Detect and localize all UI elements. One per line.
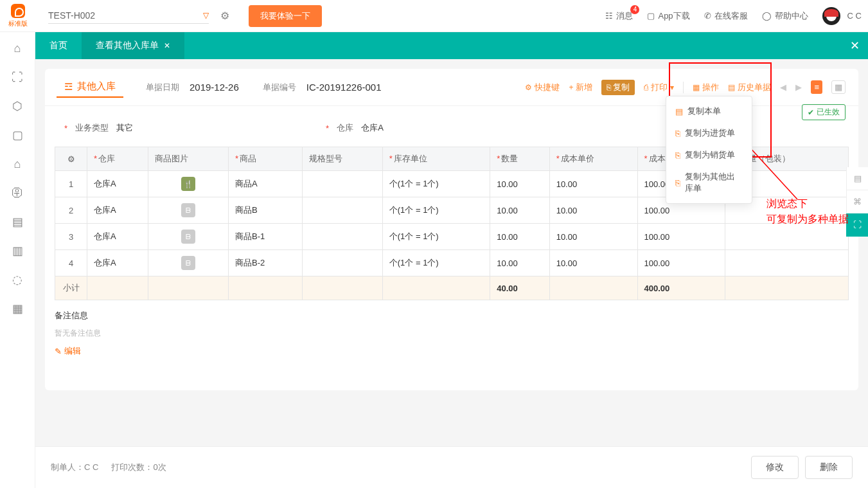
copy-item-icon: ⎘ xyxy=(675,129,680,138)
operate-action[interactable]: ▦ 操作 xyxy=(693,82,719,93)
warehouse-field: * 仓库 仓库A xyxy=(326,122,384,134)
row-product: 商品B-2 xyxy=(229,250,303,276)
help-center-action[interactable]: ◯ 帮助中心 xyxy=(762,10,808,22)
row-warehouse: 仓库A xyxy=(87,250,148,276)
org-select[interactable]: TEST-H002 ▽ xyxy=(48,8,209,24)
table-row[interactable]: 3仓库Aᗷ商品B-1个(1个 = 1个)10.0010.00100.00 xyxy=(55,224,849,250)
row-amount: 100.00 xyxy=(637,250,725,276)
subtotal-row: 小计40.00400.00 xyxy=(55,276,849,300)
row-qty: 10.00 xyxy=(490,224,549,250)
row-price: 10.00 xyxy=(549,197,637,224)
online-service-action[interactable]: ✆ 在线客服 xyxy=(704,10,748,22)
nav-report-icon[interactable]: ▥ xyxy=(11,244,24,257)
prev-icon[interactable]: ◀ xyxy=(780,82,786,92)
table-row[interactable]: 4仓库Aᗷ商品B-2个(1个 = 1个)10.0010.00100.00 xyxy=(55,250,849,276)
copy-menu-item[interactable]: ⎘复制为其他出库单 xyxy=(666,166,752,199)
plus-icon: + xyxy=(569,83,573,92)
product-image-icon: ᗷ xyxy=(181,203,195,217)
row-warehouse: 仓库A xyxy=(87,224,148,250)
creator-info: 制单人：C C xyxy=(51,462,98,473)
print-label: 打印 xyxy=(651,82,668,93)
nav-new-icon[interactable]: ▦ xyxy=(11,302,24,315)
shortcut-action[interactable]: ⚙ 快捷键 xyxy=(525,82,560,93)
document-card: ☲ 其他入库 单据日期 2019-12-26 单据编号 IC-20191226-… xyxy=(45,69,858,390)
print-info: 打印次数：0次 xyxy=(111,462,166,473)
row-image: ᗷ xyxy=(148,250,229,276)
tab-bar: 首页 查看其他入库单 ✕ ✕ xyxy=(35,32,868,59)
biz-type-label: 业务类型 xyxy=(75,122,109,134)
copy-item-icon: ⎘ xyxy=(675,178,680,188)
row-warehouse: 仓库A xyxy=(87,171,148,197)
tabbar-close-icon[interactable]: ✕ xyxy=(841,32,868,59)
nav-bag-icon[interactable]: ▢ xyxy=(11,129,24,141)
delete-button[interactable]: 删除 xyxy=(805,456,853,479)
remarks-empty: 暂无备注信息 xyxy=(55,328,849,339)
settings-gear-icon[interactable]: ⚙ xyxy=(220,10,229,22)
row-spec xyxy=(302,250,382,276)
row-available xyxy=(725,250,849,276)
doc-info: 单据日期 2019-12-26 单据编号 IC-20191226-001 xyxy=(146,82,382,93)
nav-loading-icon[interactable]: ◌ xyxy=(11,273,24,286)
row-image: ᗷ xyxy=(148,224,229,250)
right-rail-expand-icon[interactable]: ⛶ xyxy=(846,213,868,237)
copy-menu-item[interactable]: ⎘复制为销货单 xyxy=(666,144,752,166)
row-unit: 个(1个 = 1个) xyxy=(382,197,490,224)
right-rail-note-icon[interactable]: ▤ xyxy=(846,167,868,190)
messages-action[interactable]: ☷ 消息 4 xyxy=(605,10,633,22)
status-badge: ✔ 已生效 xyxy=(802,104,846,120)
operate-label: 操作 xyxy=(702,82,719,93)
history-icon: ▤ xyxy=(728,83,735,92)
app-logo: 标准版 xyxy=(0,4,35,28)
app-download-action[interactable]: ▢ App下载 xyxy=(647,10,689,22)
edit-label: 编辑 xyxy=(64,345,81,357)
tab-home[interactable]: 首页 xyxy=(35,32,82,59)
copy-item-label: 复制为进货单 xyxy=(685,127,735,139)
edit-remarks-link[interactable]: ✎ 编辑 xyxy=(55,345,849,357)
next-icon[interactable]: ▶ xyxy=(795,82,802,92)
user-menu[interactable]: C C xyxy=(822,7,862,25)
copy-item-icon: ⎘ xyxy=(675,150,680,160)
copy-item-label: 复制为其他出库单 xyxy=(685,171,743,194)
print-action[interactable]: ⎙ 打印 ▾ xyxy=(644,82,674,93)
subtotal-amount: 400.00 xyxy=(637,276,725,300)
try-button[interactable]: 我要体验一下 xyxy=(249,5,322,27)
gear-icon: ⚙ xyxy=(67,154,75,164)
subtotal-qty: 40.00 xyxy=(490,276,549,300)
row-qty: 10.00 xyxy=(490,171,549,197)
nav-warehouse-icon[interactable]: ⬡ xyxy=(11,100,24,113)
chevron-down-icon: ▾ xyxy=(670,83,674,92)
check-icon: ✔ xyxy=(808,108,814,117)
nav-clipboard-icon[interactable]: ▤ xyxy=(11,215,24,228)
nav-money-icon[interactable]: ㉾ xyxy=(11,186,24,199)
nav-house-icon[interactable]: ⌂ xyxy=(11,158,24,170)
copy-action[interactable]: ⎘ 复制 xyxy=(601,80,635,95)
col-gear[interactable]: ⚙ xyxy=(55,147,87,171)
view-list-toggle[interactable]: ≡ xyxy=(811,80,822,94)
edit-icon: ✎ xyxy=(55,347,62,356)
history-label: 历史单据 xyxy=(738,82,771,93)
new-action[interactable]: + 新增 xyxy=(569,82,592,93)
shortcut-label: 快捷键 xyxy=(535,82,560,93)
remarks-section: 备注信息 暂无备注信息 ✎ 编辑 xyxy=(45,300,858,363)
required-mark: * xyxy=(64,123,67,133)
gear-icon: ⚙ xyxy=(525,83,532,92)
nav-gift-icon[interactable]: ⛶ xyxy=(11,71,24,84)
close-icon[interactable]: ✕ xyxy=(164,41,170,50)
row-qty: 10.00 xyxy=(490,197,549,224)
copy-menu-item[interactable]: ⎘复制为进货单 xyxy=(666,122,752,144)
logo-text: 标准版 xyxy=(8,19,28,28)
history-action[interactable]: ▤ 历史单据 xyxy=(728,82,771,93)
warehouse-label: 仓库 xyxy=(337,122,353,134)
copy-menu-item[interactable]: ▤复制本单 xyxy=(666,100,752,122)
nav-home-icon[interactable]: ⌂ xyxy=(11,42,24,55)
col-unit: *库存单位 xyxy=(382,147,490,171)
tab-current[interactable]: 查看其他入库单 ✕ xyxy=(82,32,184,59)
biz-type-field: * 业务类型 其它 xyxy=(64,122,133,134)
copy-item-label: 复制为销货单 xyxy=(685,149,735,161)
view-grid-toggle[interactable]: ▦ xyxy=(831,80,846,94)
row-index: 3 xyxy=(55,224,87,250)
row-product: 商品B xyxy=(229,197,303,224)
right-rail-link-icon[interactable]: ⌘ xyxy=(846,190,868,213)
logo-icon xyxy=(11,4,25,18)
modify-button[interactable]: 修改 xyxy=(751,456,799,479)
